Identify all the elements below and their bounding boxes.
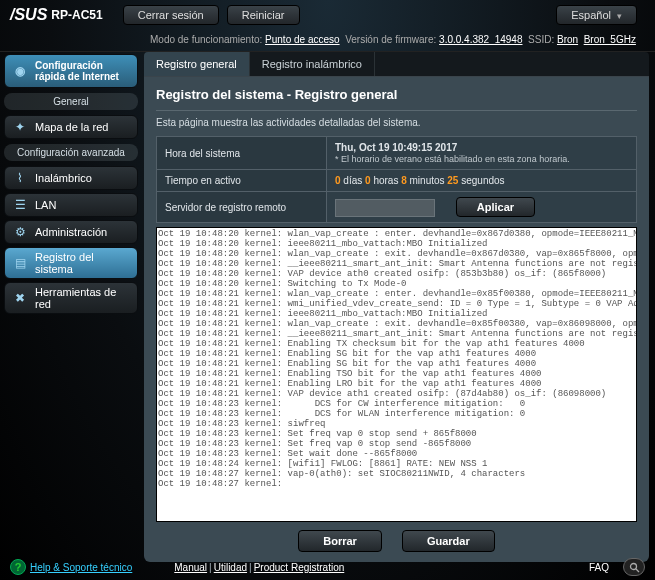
uptime-label: Tiempo en activo — [157, 170, 327, 192]
help-icon[interactable]: ? — [10, 559, 26, 575]
sidebar-section-general: General — [4, 93, 138, 110]
svg-point-0 — [630, 563, 636, 569]
restart-button[interactable]: Reiniciar — [227, 5, 300, 25]
sidebar-item-admin[interactable]: ⚙ Administración — [4, 220, 138, 244]
sidebar-label: Registro del sistema — [35, 251, 131, 275]
status-bar: Modo de funcionamiento: Punto de acceso … — [0, 30, 655, 52]
save-button[interactable]: Guardar — [402, 530, 495, 552]
tab-general-log[interactable]: Registro general — [144, 52, 250, 76]
sidebar-label: Administración — [35, 226, 107, 238]
dst-note: * El horario de verano está habilitado e… — [335, 154, 570, 164]
clear-button[interactable]: Borrar — [298, 530, 382, 552]
lan-icon: ☰ — [11, 197, 29, 213]
apply-button[interactable]: Aplicar — [456, 197, 535, 217]
network-map-icon: ✦ — [11, 119, 29, 135]
log-icon: ▤ — [11, 255, 29, 271]
log-textarea[interactable]: Oct 19 10:48:20 kernel: wlan_vap_create … — [156, 227, 637, 522]
sidebar-section-advanced: Configuración avanzada — [4, 144, 138, 161]
firmware-link[interactable]: 3.0.0.4.382_14948 — [439, 34, 522, 45]
faq-link[interactable]: FAQ — [589, 562, 609, 573]
help-support-link[interactable]: Help & Soporte técnico — [30, 562, 132, 573]
sidebar-item-lan[interactable]: ☰ LAN — [4, 193, 138, 217]
ssid-5-link[interactable]: Bron_5GHz — [584, 34, 636, 45]
logout-button[interactable]: Cerrar sesión — [123, 5, 219, 25]
remote-log-input[interactable] — [335, 199, 435, 217]
ssid-24-link[interactable]: Bron — [557, 34, 578, 45]
wireless-icon: ⌇ — [11, 170, 29, 186]
sidebar-label: Inalámbrico — [35, 172, 92, 184]
product-reg-link[interactable]: Product Registration — [254, 562, 345, 573]
remote-log-label: Servidor de registro remoto — [157, 192, 327, 223]
model-name: RP-AC51 — [51, 8, 102, 22]
search-button[interactable] — [623, 558, 645, 576]
utility-link[interactable]: Utilidad — [214, 562, 247, 573]
tab-wireless-log[interactable]: Registro inalámbrico — [250, 52, 375, 76]
sidebar-label: Configuración rápida de Internet — [35, 60, 131, 82]
system-time-label: Hora del sistema — [157, 137, 327, 170]
sidebar-label: LAN — [35, 199, 56, 211]
sidebar-item-nettools[interactable]: ✖ Herramientas de red — [4, 282, 138, 314]
page-title: Registro del sistema - Registro general — [156, 87, 637, 111]
sidebar-label: Herramientas de red — [35, 286, 131, 310]
uptime-value: 0 días 0 horas 8 minutos 25 segundos — [327, 170, 637, 192]
svg-line-1 — [636, 569, 639, 572]
language-dropdown[interactable]: Español — [556, 5, 637, 25]
op-mode-link[interactable]: Punto de acceso — [265, 34, 340, 45]
globe-icon: ◉ — [11, 63, 29, 79]
tools-icon: ✖ — [11, 290, 29, 306]
system-time-value: Thu, Oct 19 10:49:15 2017 — [335, 142, 457, 153]
manual-link[interactable]: Manual — [174, 562, 207, 573]
gear-icon: ⚙ — [11, 224, 29, 240]
sidebar-item-qis[interactable]: ◉ Configuración rápida de Internet — [4, 54, 138, 88]
sidebar-label: Mapa de la red — [35, 121, 108, 133]
page-description: Esta página muestra las actividades deta… — [156, 117, 637, 128]
sidebar-item-map[interactable]: ✦ Mapa de la red — [4, 115, 138, 139]
sidebar-item-syslog[interactable]: ▤ Registro del sistema — [4, 247, 138, 279]
search-icon — [629, 562, 640, 573]
brand-logo: /SUS — [10, 6, 47, 24]
sidebar-item-wireless[interactable]: ⌇ Inalámbrico — [4, 166, 138, 190]
